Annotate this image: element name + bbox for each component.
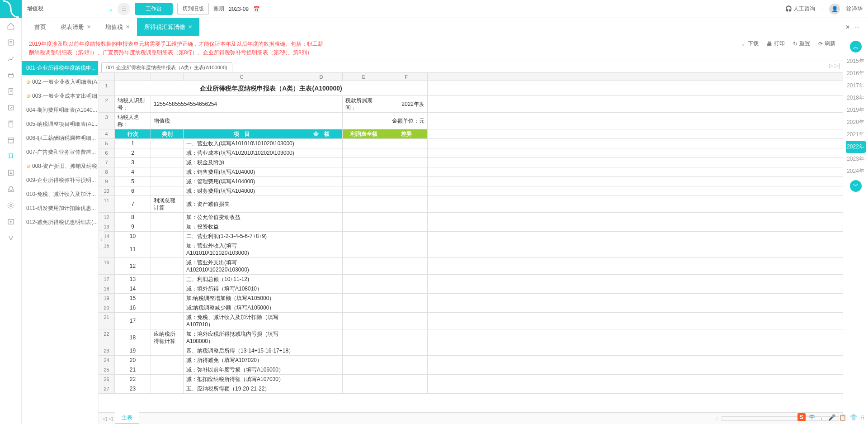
spreadsheet[interactable]: C D E F 1企业所得税年度纳税申报表（A类）主表(A100000) 2 纳… [99, 73, 843, 412]
diff-cell[interactable] [385, 365, 428, 374]
amount-cell[interactable] [300, 365, 343, 374]
h-scrollbar[interactable] [142, 416, 712, 421]
pl-amount-cell[interactable] [343, 275, 385, 284]
nav-inbox-icon[interactable] [0, 181, 22, 197]
user-name[interactable]: 徐泽华 [846, 5, 863, 13]
form-list-item[interactable]: ⊘003-一般企业成本支出明细... [22, 89, 98, 103]
amount-cell[interactable] [300, 313, 343, 329]
nav-ledger-icon[interactable] [0, 34, 22, 51]
amount-cell[interactable] [300, 384, 343, 393]
sheet-nav-right-icon[interactable]: ▷ [829, 62, 833, 69]
sheet-nav-end-icon[interactable]: ▷| [835, 62, 840, 69]
amount-cell[interactable] [300, 186, 343, 195]
diff-cell[interactable] [385, 356, 428, 365]
refresh-button[interactable]: ⟳ 刷新 [818, 40, 835, 48]
year-option[interactable]: 2016年 [846, 67, 866, 80]
amount-cell[interactable] [300, 158, 343, 167]
diff-cell[interactable] [385, 241, 428, 257]
tab-close-icon[interactable]: ✕ [87, 24, 91, 30]
ime-punct-icon[interactable]: ， [819, 413, 825, 421]
period-value[interactable]: 2023-09 [229, 6, 249, 12]
diff-cell[interactable] [385, 313, 428, 329]
pl-amount-cell[interactable] [343, 384, 385, 393]
diff-cell[interactable] [385, 294, 428, 303]
pl-amount-cell[interactable] [343, 232, 385, 241]
pl-amount-cell[interactable] [343, 284, 385, 293]
year-option[interactable]: 2023年 [846, 153, 866, 165]
bottom-sheet-tab[interactable]: 主表 [115, 412, 139, 424]
nav-v-icon[interactable] [0, 230, 22, 246]
diff-cell[interactable] [385, 177, 428, 186]
page-tab[interactable]: 首页 [27, 18, 53, 36]
nav-money-icon[interactable] [0, 67, 22, 83]
workbench-button[interactable]: 工作台 [135, 3, 173, 15]
pl-amount-cell[interactable] [343, 139, 385, 148]
tab-close-icon[interactable]: ✕ [126, 24, 130, 30]
nav-calc-icon[interactable] [0, 116, 22, 132]
form-list-item[interactable]: 010-免税、减计收入及加计... [22, 187, 98, 201]
form-list-item[interactable]: ⊘002-一般企业收入明细表(A1... [22, 75, 98, 89]
pl-amount-cell[interactable] [343, 167, 385, 176]
nav-export-icon[interactable] [0, 165, 22, 181]
nav-doc-icon[interactable] [0, 83, 22, 100]
year-option[interactable]: 2018年 [846, 92, 866, 104]
collapse-panel-button[interactable]: ‹ [99, 230, 105, 248]
reset-button[interactable]: ↻ 重置 [793, 40, 810, 48]
amount-cell[interactable] [300, 284, 343, 293]
diff-cell[interactable] [385, 148, 428, 157]
pl-amount-cell[interactable] [343, 177, 385, 186]
diff-cell[interactable] [385, 284, 428, 293]
form-list-item[interactable]: 005-纳税调整项目明细表(A1... [22, 117, 98, 131]
diff-cell[interactable] [385, 167, 428, 176]
diff-cell[interactable] [385, 384, 428, 393]
pl-amount-cell[interactable] [343, 148, 385, 157]
pl-amount-cell[interactable] [343, 329, 385, 346]
pl-amount-cell[interactable] [343, 258, 385, 274]
form-list-item[interactable]: 007-广告费和业务宣传费跨... [22, 145, 98, 159]
year-option[interactable]: 2019年 [846, 104, 866, 116]
year-option[interactable]: 2020年 [846, 116, 866, 129]
amount-cell[interactable] [300, 213, 343, 222]
company-selector[interactable]: 增值税 ⌄ [27, 5, 113, 13]
form-list-item[interactable]: ⊘008-资产折旧、摊销及纳税... [22, 159, 98, 173]
download-button[interactable]: ⭳ 下载 [741, 40, 759, 48]
user-avatar[interactable]: 👤 [829, 4, 840, 14]
nav-audit-icon[interactable] [0, 100, 22, 116]
sheet-first-icon[interactable]: |◁ [101, 415, 107, 422]
ime-skin-icon[interactable]: 👕 [850, 414, 857, 421]
pl-amount-cell[interactable] [343, 303, 385, 312]
amount-cell[interactable] [300, 275, 343, 284]
ime-grid-icon[interactable]: ⁝⁝ [861, 414, 864, 421]
nav-tax-icon[interactable] [0, 148, 22, 165]
diff-cell[interactable] [385, 139, 428, 148]
page-tab[interactable]: 税表清册✕ [53, 18, 98, 36]
ime-logo-icon[interactable]: S [797, 413, 806, 421]
pl-amount-cell[interactable] [343, 222, 385, 231]
diff-cell[interactable] [385, 232, 428, 241]
form-list-item[interactable]: 009-企业所得税弥补亏损明... [22, 173, 98, 187]
diff-cell[interactable] [385, 213, 428, 222]
amount-cell[interactable] [300, 303, 343, 312]
diff-cell[interactable] [385, 258, 428, 274]
diff-cell[interactable] [385, 186, 428, 195]
diff-cell[interactable] [385, 346, 428, 355]
pl-amount-cell[interactable] [343, 158, 385, 167]
amount-cell[interactable] [300, 167, 343, 176]
amount-cell[interactable] [300, 346, 343, 355]
print-button[interactable]: 🖶 打印 [767, 40, 785, 48]
form-list-item[interactable]: 011-研发费用加计扣除优惠... [22, 201, 98, 215]
nav-settings-icon[interactable] [0, 197, 22, 214]
nav-date-icon[interactable] [0, 132, 22, 148]
amount-cell[interactable] [300, 196, 343, 212]
form-list-item[interactable]: 006-职工薪酬纳税调整明细... [22, 131, 98, 145]
form-list-item[interactable]: 012-减免所得税优惠明细表(... [22, 215, 98, 229]
diff-cell[interactable] [385, 329, 428, 346]
year-option[interactable]: 2021年 [846, 129, 866, 141]
sheet-prev-icon[interactable]: ◁ [108, 415, 113, 422]
pl-amount-cell[interactable] [343, 313, 385, 329]
diff-cell[interactable] [385, 375, 428, 384]
support-link[interactable]: 🎧 人工咨询 [785, 5, 815, 13]
amount-cell[interactable] [300, 375, 343, 384]
year-down-icon[interactable]: ︾ [850, 180, 862, 192]
amount-cell[interactable] [300, 139, 343, 148]
